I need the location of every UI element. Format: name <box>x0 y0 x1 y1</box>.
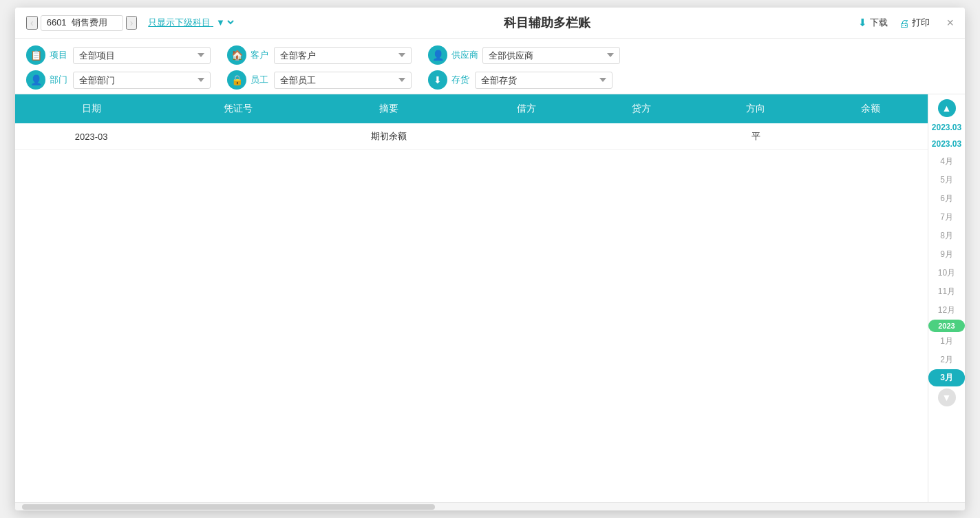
timeline-down-button[interactable]: ▼ <box>938 388 956 406</box>
table-cell-5: 平 <box>699 123 813 150</box>
supplier-label: 供应商 <box>451 49 478 61</box>
department-select[interactable]: 全部部门 <box>73 72 211 89</box>
timeline-item-1[interactable]: 1月 <box>928 332 965 351</box>
timeline-item-2023-03-top2[interactable]: 2023.03 <box>928 136 965 152</box>
table-row[interactable]: 2023-03期初余额平 <box>15 123 928 150</box>
table-area[interactable]: 日期 凭证号 摘要 借方 贷方 方向 余额 2023-03期初余额平 <box>15 94 928 502</box>
col-debit: 借方 <box>469 94 584 123</box>
filter-area: 📋 项目 全部项目 🏠 客户 全部客户 👤 供应商 全部供应商 <box>15 39 965 94</box>
download-button[interactable]: ⬇ 下载 <box>858 17 888 29</box>
print-button[interactable]: 🖨 打印 <box>899 17 930 29</box>
employee-select[interactable]: 全部员工 <box>274 72 412 89</box>
department-icon: 👤 <box>26 70 45 90</box>
table-cell-3 <box>469 123 584 150</box>
department-filter-group: 👤 部门 全部部门 <box>26 70 211 90</box>
page-title: 科目辅助多栏账 <box>236 14 859 31</box>
employee-filter-group: 🔒 员工 全部员工 <box>227 70 412 90</box>
inventory-label: 存货 <box>451 74 471 86</box>
modal-container: ‹ › 只显示下级科目 ▼ 科目辅助多栏账 ⬇ 下载 🖨 打印 × � <box>15 8 965 510</box>
supplier-select[interactable]: 全部供应商 <box>482 47 620 64</box>
timeline-up-button[interactable]: ▲ <box>938 99 956 117</box>
timeline-item-12[interactable]: 12月 <box>928 301 965 320</box>
filter-row-2: 👤 部门 全部部门 🔒 员工 全部员工 ⬇ 存货 全部存货 <box>26 70 612 90</box>
timeline-months-upper: 4月 5月 6月 7月 8月 9月 10月 11月 12月 2023 1月 2月… <box>928 152 965 386</box>
col-date: 日期 <box>15 94 167 123</box>
header-actions: ⬇ 下载 🖨 打印 × <box>858 16 954 30</box>
timeline-item-2[interactable]: 2月 <box>928 351 965 369</box>
bottom-scrollbar[interactable] <box>15 502 965 510</box>
print-icon: 🖨 <box>899 17 909 29</box>
inventory-filter-group: ⬇ 存货 全部存货 <box>428 70 612 90</box>
table-cell-2: 期初余额 <box>309 123 469 150</box>
project-filter-group: 📋 项目 全部项目 <box>26 45 211 65</box>
close-button[interactable]: × <box>946 16 954 30</box>
filter-row-1: 📋 项目 全部项目 🏠 客户 全部客户 👤 供应商 全部供应商 <box>26 45 620 65</box>
customer-label: 客户 <box>251 49 270 61</box>
timeline-item-11[interactable]: 11月 <box>928 282 965 301</box>
modal-header: ‹ › 只显示下级科目 ▼ 科目辅助多栏账 ⬇ 下载 🖨 打印 × <box>15 8 965 39</box>
col-summary: 摘要 <box>309 94 469 123</box>
timeline-item-10[interactable]: 10月 <box>928 264 965 282</box>
table-cell-4 <box>584 123 699 150</box>
employee-icon: 🔒 <box>227 70 246 90</box>
data-table: 日期 凭证号 摘要 借方 贷方 方向 余额 2023-03期初余额平 <box>15 94 928 150</box>
timeline-sidebar: ▲ 2023.03 2023.03 4月 5月 6月 7月 8月 9月 10月 … <box>928 94 965 502</box>
department-label: 部门 <box>50 74 69 86</box>
customer-select[interactable]: 全部客户 <box>274 47 412 64</box>
timeline-year-badge[interactable]: 2023 <box>928 320 965 332</box>
timeline-item-7[interactable]: 7月 <box>928 208 965 227</box>
project-select[interactable]: 全部项目 <box>73 47 211 64</box>
account-code-input[interactable] <box>41 15 123 31</box>
nav-prev-button[interactable]: ‹ <box>26 16 38 30</box>
nav-next-button[interactable]: › <box>126 16 138 30</box>
timeline-item-6[interactable]: 6月 <box>928 189 965 208</box>
timeline-item-3-active[interactable]: 3月 <box>928 369 965 386</box>
table-cell-6 <box>813 123 928 150</box>
employee-label: 员工 <box>251 74 270 86</box>
show-sub-label[interactable]: 只显示下级科目 ▼ <box>148 17 236 29</box>
col-credit: 贷方 <box>584 94 699 123</box>
main-content: 日期 凭证号 摘要 借方 贷方 方向 余额 2023-03期初余额平 ▲ 202… <box>15 94 965 502</box>
col-direction: 方向 <box>699 94 813 123</box>
supplier-filter-group: 👤 供应商 全部供应商 <box>428 45 620 65</box>
table-cell-0: 2023-03 <box>15 123 167 150</box>
timeline-item-9[interactable]: 9月 <box>928 245 965 264</box>
supplier-icon: 👤 <box>428 45 447 65</box>
table-header-row: 日期 凭证号 摘要 借方 贷方 方向 余额 <box>15 94 928 123</box>
download-icon: ⬇ <box>858 17 867 29</box>
show-sub-select[interactable]: ▼ <box>213 17 236 28</box>
col-voucher: 凭证号 <box>167 94 308 123</box>
project-icon: 📋 <box>26 45 45 65</box>
inventory-icon: ⬇ <box>428 70 447 90</box>
customer-filter-group: 🏠 客户 全部客户 <box>227 45 412 65</box>
customer-icon: 🏠 <box>227 45 246 65</box>
col-balance: 余额 <box>813 94 928 123</box>
project-label: 项目 <box>50 49 69 61</box>
timeline-item-8[interactable]: 8月 <box>928 227 965 245</box>
table-cell-1 <box>167 123 308 150</box>
timeline-item-4[interactable]: 4月 <box>928 152 965 171</box>
scrollbar-thumb <box>22 504 435 510</box>
inventory-select[interactable]: 全部存货 <box>475 72 612 89</box>
timeline-item-5[interactable]: 5月 <box>928 171 965 189</box>
timeline-item-2023-03-top[interactable]: 2023.03 <box>928 119 965 136</box>
